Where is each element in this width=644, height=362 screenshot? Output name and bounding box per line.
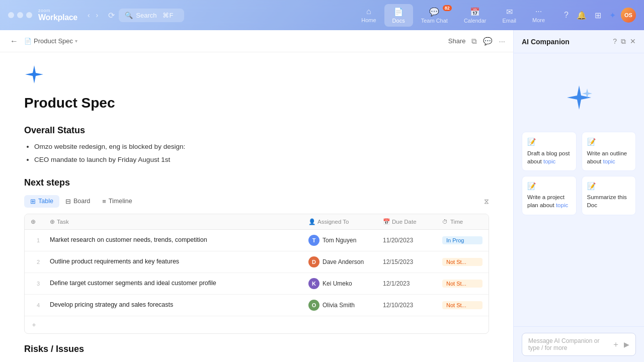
board-icon: ⊟ — [65, 198, 71, 205]
assignee-cell: O Olivia Smith — [308, 300, 379, 311]
view-tab-timeline[interactable]: ≡ Timeline — [96, 195, 138, 208]
view-tab-table[interactable]: ⊞ Table — [24, 195, 59, 208]
ai-icon[interactable]: ✦ — [606, 8, 619, 23]
tab-team-chat-label: Team Chat — [421, 18, 448, 24]
suggestion-topic: topic — [556, 202, 568, 208]
ai-body: 📝 Draft a blog post about topic 📝 Write … — [514, 53, 644, 326]
task-name: Develop pricing strategy and sales forec… — [50, 301, 304, 310]
row-num: 2 — [31, 259, 46, 265]
comment-icon[interactable]: 💬 — [483, 37, 493, 46]
more-options-icon[interactable]: ··· — [499, 37, 505, 45]
minimize-button[interactable] — [17, 12, 23, 18]
ai-help-icon[interactable]: ? — [613, 37, 617, 46]
close-button[interactable] — [8, 12, 14, 18]
breadcrumb[interactable]: 📄 Product Spec ▾ — [24, 37, 77, 45]
toolbar-right: Share ⧉ 💬 ··· — [448, 37, 505, 46]
tab-email-label: Email — [503, 18, 517, 24]
ai-close-icon[interactable]: ✕ — [630, 37, 636, 46]
table-icon: ⊞ — [30, 198, 36, 205]
main-area: ← 📄 Product Spec ▾ Share ⧉ 💬 ··· Product — [0, 30, 644, 362]
maximize-button[interactable] — [26, 12, 32, 18]
home-icon: ⌂ — [366, 7, 371, 16]
assignee-name: Tom Nguyen — [323, 237, 356, 244]
assignee-name: Kei Umeko — [323, 280, 352, 287]
forward-arrow[interactable]: › — [94, 9, 101, 21]
col-task: ⊕ Task — [50, 218, 304, 225]
tab-calendar[interactable]: 📅 Calendar — [456, 4, 495, 27]
workplace-label: Workplace — [38, 13, 77, 22]
table-row[interactable]: 4 Develop pricing strategy and sales for… — [25, 295, 489, 316]
overall-status-list: Omzo website redesign, eng is blocked by… — [24, 142, 489, 165]
help-icon[interactable]: ? — [561, 8, 572, 23]
ai-footer: Message AI Companion or type / for more … — [514, 326, 644, 362]
ai-sparkle-icon — [565, 83, 593, 112]
ai-expand-icon[interactable]: ⧉ — [621, 37, 626, 46]
due-date: 12/1/2023 — [383, 280, 438, 287]
table-header: ⊕ ⊕ Task 👤 Assigned To 📅 Due Date ⏱ Time — [25, 214, 489, 230]
filter-button[interactable]: ⧖ — [484, 197, 489, 206]
tab-calendar-label: Calendar — [464, 18, 487, 24]
tab-team-chat[interactable]: 82 💬 Team Chat — [413, 4, 456, 27]
suggestion-text: Draft a blog post about topic — [527, 149, 571, 165]
ai-input-bar[interactable]: Message AI Companion or type / for more … — [522, 333, 636, 356]
doc-content: Product Spec Overall Status Omzo website… — [0, 52, 513, 362]
row-num: 1 — [31, 237, 46, 243]
table-row[interactable]: 1 Market research on customer needs, tre… — [25, 230, 489, 251]
doc-toolbar: ← 📄 Product Spec ▾ Share ⧉ 💬 ··· — [0, 30, 513, 52]
task-name: Outline product requirements and key fea… — [50, 257, 304, 266]
ai-add-button[interactable]: ＋ — [612, 339, 620, 350]
col-due-date: 📅 Due Date — [383, 218, 438, 225]
overall-status-heading: Overall Status — [24, 125, 489, 136]
ai-suggestion-outline[interactable]: 📝 Write an outline about topic — [582, 132, 636, 171]
back-button[interactable]: ← — [8, 35, 20, 48]
search-bar[interactable]: 🔍 Search ⌘F — [119, 9, 184, 22]
suggestion-icon: 📝 — [587, 182, 631, 192]
assignee-cell: D Dave Anderson — [308, 256, 379, 267]
history-button[interactable]: ⟳ — [104, 9, 119, 22]
due-date: 12/15/2023 — [383, 258, 438, 265]
titlebar: zoom Workplace ‹ › ⟳ 🔍 Search ⌘F ⌂ Home … — [0, 0, 644, 30]
bell-icon[interactable]: 🔔 — [574, 8, 590, 23]
avatar-initials: OS — [624, 12, 632, 18]
present-icon[interactable]: ⧉ — [471, 37, 477, 46]
tab-email[interactable]: ✉ Email — [495, 4, 525, 27]
view-tab-timeline-label: Timeline — [109, 198, 132, 205]
view-tab-board[interactable]: ⊟ Board — [59, 195, 96, 208]
more-icon: ··· — [535, 7, 542, 16]
email-icon: ✉ — [506, 7, 513, 17]
table-row[interactable]: 2 Outline product requirements and key f… — [25, 251, 489, 273]
ai-suggestion-summarize[interactable]: 📝 Summarize this Doc — [582, 176, 636, 215]
apps-icon[interactable]: ⊞ — [592, 8, 604, 23]
ai-suggestion-project[interactable]: 📝 Write a project plan about topic — [522, 176, 577, 215]
view-tab-board-label: Board — [73, 198, 90, 205]
calendar-icon: 📅 — [470, 7, 480, 17]
share-button[interactable]: Share — [448, 37, 466, 45]
ai-send-button[interactable]: ▶ — [624, 340, 629, 348]
add-row-button[interactable]: ＋ — [25, 316, 489, 333]
table-row[interactable]: 3 Define target customer segments and id… — [25, 273, 489, 295]
row-num: 3 — [31, 281, 46, 287]
tab-home[interactable]: ⌂ Home — [353, 4, 384, 26]
view-tab-table-label: Table — [38, 198, 53, 205]
task-table: ⊕ ⊕ Task 👤 Assigned To 📅 Due Date ⏱ Time… — [24, 214, 489, 334]
assignee-name: Dave Anderson — [323, 258, 364, 265]
ai-suggestion-blog[interactable]: 📝 Draft a blog post about topic — [522, 132, 577, 171]
timeline-icon: ≡ — [102, 198, 106, 205]
window-controls — [8, 12, 32, 18]
assignee-avatar: D — [308, 256, 319, 267]
tab-more[interactable]: ··· More — [524, 4, 553, 26]
back-arrow[interactable]: ‹ — [86, 9, 92, 21]
ai-input-placeholder: Message AI Companion or type / for more — [528, 337, 608, 351]
ai-star-icon — [24, 64, 489, 89]
chevron-down-icon: ▾ — [75, 38, 77, 44]
avatar[interactable]: OS — [621, 8, 636, 23]
bullet-item: CEO mandate to launch by Friday August 1… — [34, 155, 489, 165]
risk-item: A design lead needs to be assigned and t… — [34, 360, 489, 363]
search-kbd: ⌘F — [163, 12, 173, 19]
doc-title: Product Spec — [24, 95, 489, 111]
tab-docs[interactable]: 📄 Docs — [384, 4, 413, 27]
suggestion-topic: topic — [603, 158, 615, 164]
zoom-brand: zoom Workplace — [38, 8, 77, 22]
task-name: Define target customer segments and idea… — [50, 279, 304, 288]
tab-home-label: Home — [361, 17, 376, 23]
